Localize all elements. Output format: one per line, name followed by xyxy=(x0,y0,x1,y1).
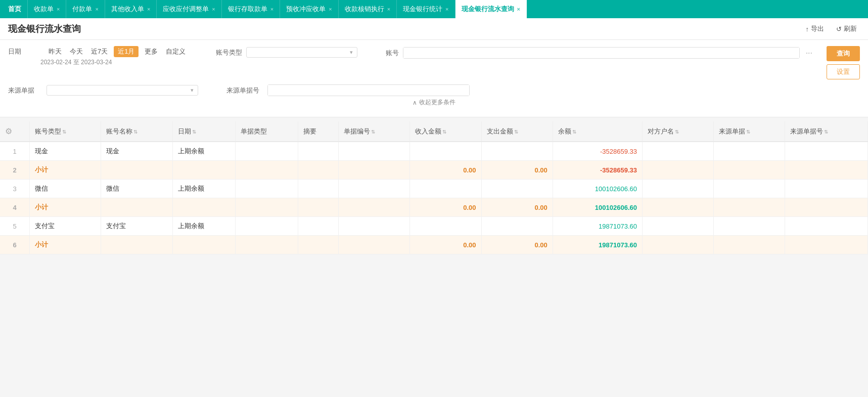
source-doc-no-input[interactable] xyxy=(268,85,469,96)
nav-tab-预收冲应收单[interactable]: 预收冲应收单× xyxy=(280,0,338,18)
col-header-summary: 摘要 xyxy=(298,121,339,142)
cell-date xyxy=(172,198,235,217)
date-option-自定义[interactable]: 自定义 xyxy=(164,46,188,57)
table-settings-icon[interactable]: ⚙ xyxy=(5,127,12,136)
date-option-近7天[interactable]: 近7天 xyxy=(89,46,110,57)
nav-tab-close-icon[interactable]: × xyxy=(57,6,60,12)
col-header-source_doc[interactable]: 来源单据⇅ xyxy=(714,121,785,142)
nav-tab-label: 银行存取款单 xyxy=(228,5,267,14)
nav-tab-close-icon[interactable]: × xyxy=(95,6,98,12)
cell-expense xyxy=(481,180,553,198)
nav-tab-close-icon[interactable]: × xyxy=(517,6,520,12)
source-doc-select[interactable]: ▾ xyxy=(47,85,198,96)
data-table: ⚙账号类型⇅账号名称⇅日期⇅单据类型摘要单据编号⇅收入金额⇅支出金额⇅余额⇅对方… xyxy=(0,121,868,254)
col-header-income[interactable]: 收入金额⇅ xyxy=(410,121,481,142)
nav-tab-收款单[interactable]: 收款单× xyxy=(28,0,66,18)
nav-home[interactable]: 首页 xyxy=(2,0,28,18)
nav-tab-付款单[interactable]: 付款单× xyxy=(66,0,105,18)
cell-counterpart xyxy=(643,198,714,217)
cell-counterpart xyxy=(643,217,714,236)
cell-income: 0.00 xyxy=(410,161,481,180)
refresh-button[interactable]: ↺ 刷新 xyxy=(833,22,860,35)
date-option-更多[interactable]: 更多 xyxy=(143,46,160,57)
col-header-counterpart[interactable]: 对方户名⇅ xyxy=(643,121,714,142)
date-option-昨天[interactable]: 昨天 xyxy=(47,46,64,57)
date-option-近1月[interactable]: 近1月 xyxy=(114,46,139,57)
col-header-date[interactable]: 日期⇅ xyxy=(172,121,235,142)
cell-expense xyxy=(481,217,553,236)
query-button[interactable]: 查询 xyxy=(827,46,860,61)
cell-source_doc_no xyxy=(785,198,868,217)
filter-area: 日期 昨天今天近7天近1月更多自定义 2023-02-24 至 2023-03-… xyxy=(0,40,868,117)
nav-tab-close-icon[interactable]: × xyxy=(387,6,390,12)
cell-gear: 6 xyxy=(0,236,30,254)
cell-account_type: 微信 xyxy=(30,180,101,198)
export-icon: ↑ xyxy=(806,25,809,33)
settings-button[interactable]: 设置 xyxy=(827,64,860,79)
account-input[interactable] xyxy=(403,48,799,58)
cell-expense: 0.00 xyxy=(481,161,553,180)
cell-gear: 2 xyxy=(0,161,30,180)
cell-account_type: 支付宝 xyxy=(30,217,101,236)
cell-source_doc_no xyxy=(785,180,868,198)
cell-gear: 1 xyxy=(0,142,30,161)
page-title: 现金银行流水查询 xyxy=(8,23,81,35)
sort-icon-doc_no: ⇅ xyxy=(371,129,375,135)
export-label: 导出 xyxy=(811,24,824,33)
cell-income: 0.00 xyxy=(410,236,481,254)
cell-expense: 0.00 xyxy=(481,236,553,254)
nav-tab-收款核销执行[interactable]: 收款核销执行× xyxy=(339,0,397,18)
col-header-source_doc_no[interactable]: 来源单据号⇅ xyxy=(785,121,868,142)
table-row: 6小计0.000.0019871073.60 xyxy=(0,236,868,254)
cell-gear: 4 xyxy=(0,198,30,217)
account-type-label: 账号类型 xyxy=(216,48,242,57)
cell-date: 上期余额 xyxy=(172,217,235,236)
cell-summary xyxy=(298,198,339,217)
nav-tab-close-icon[interactable]: × xyxy=(212,6,215,12)
export-button[interactable]: ↑ 导出 xyxy=(803,22,828,35)
refresh-icon: ↺ xyxy=(836,25,842,33)
nav-tab-close-icon[interactable]: × xyxy=(445,6,448,12)
nav-tab-银行存取款单[interactable]: 银行存取款单× xyxy=(222,0,280,18)
col-header-doc_no[interactable]: 单据编号⇅ xyxy=(339,121,410,142)
col-header-account_type[interactable]: 账号类型⇅ xyxy=(30,121,101,142)
cell-doc_no xyxy=(339,180,410,198)
col-header-expense[interactable]: 支出金额⇅ xyxy=(481,121,553,142)
more-options-button[interactable]: ··· xyxy=(804,49,814,58)
cell-balance: -3528659.33 xyxy=(553,142,642,161)
cell-income xyxy=(410,180,481,198)
col-header-balance[interactable]: 余额⇅ xyxy=(553,121,642,142)
nav-tab-其他收入单[interactable]: 其他收入单× xyxy=(105,0,157,18)
sort-icon-balance: ⇅ xyxy=(572,129,576,135)
collapse-label: 收起更多条件 xyxy=(419,98,455,107)
nav-tab-label: 付款单 xyxy=(72,5,92,14)
cell-source_doc xyxy=(714,217,785,236)
cell-source_doc_no xyxy=(785,161,868,180)
cell-source_doc xyxy=(714,198,785,217)
nav-tab-close-icon[interactable]: × xyxy=(329,6,332,12)
nav-tab-close-icon[interactable]: × xyxy=(147,6,150,12)
nav-tab-应收应付调整单[interactable]: 应收应付调整单× xyxy=(157,0,221,18)
nav-home-label: 首页 xyxy=(8,5,21,14)
sort-icon-account_name: ⇅ xyxy=(133,129,138,135)
sort-icon-expense: ⇅ xyxy=(514,129,518,135)
source-doc-arrow-icon: ▾ xyxy=(191,87,194,94)
table-row: 4小计0.000.00100102606.60 xyxy=(0,198,868,217)
source-doc-label: 来源单据 xyxy=(8,86,38,95)
nav-tab-close-icon[interactable]: × xyxy=(270,6,273,12)
collapse-icon: ∧ xyxy=(413,99,417,106)
account-label: 账号 xyxy=(386,49,399,58)
col-header-account_name[interactable]: 账号名称⇅ xyxy=(101,121,172,142)
nav-tab-现金银行统计[interactable]: 现金银行统计× xyxy=(397,0,455,18)
cell-doc_type xyxy=(235,142,298,161)
date-option-今天[interactable]: 今天 xyxy=(68,46,85,57)
cell-account_name: 支付宝 xyxy=(101,217,172,236)
cell-summary xyxy=(298,180,339,198)
table-row: 2小计0.000.00-3528659.33 xyxy=(0,161,868,180)
cell-account_type: 小计 xyxy=(30,236,101,254)
cell-balance: 19871073.60 xyxy=(553,217,642,236)
collapse-filters-button[interactable]: ∧ 收起更多条件 xyxy=(8,96,860,111)
nav-tab-现金银行流水查询[interactable]: 现金银行流水查询× xyxy=(455,0,527,18)
account-type-select[interactable]: ▾ xyxy=(246,47,357,58)
top-navigation: 首页 收款单×付款单×其他收入单×应收应付调整单×银行存取款单×预收冲应收单×收… xyxy=(0,0,868,18)
